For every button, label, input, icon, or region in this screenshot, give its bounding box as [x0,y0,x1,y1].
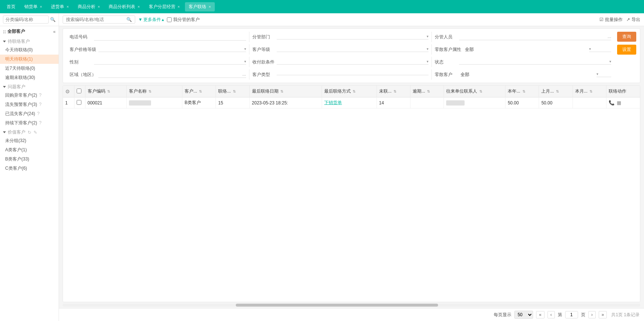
col-last-date-sort[interactable]: ⇅ [280,89,283,93]
col-last-month-sort[interactable]: ⇅ [556,89,559,93]
page-input[interactable] [565,311,578,318]
col-customer-type[interactable]: 客户... ⇅ [182,86,216,97]
row-checkbox[interactable] [77,100,81,105]
filter-price-level-select[interactable]: ▾ [98,47,246,52]
sidebar-item-churned[interactable]: 已流失客户(24) ? [0,109,59,118]
col-customer-name[interactable]: 客户名称 ⇅ [126,86,182,97]
col-customer-code-sort[interactable]: ⇅ [107,89,110,93]
cell-last-method[interactable]: 下销货单 [322,97,377,108]
filter-gender-select[interactable]: ▾ [94,59,246,65]
sidebar-item-class-a[interactable]: A类客户(1) [0,145,59,155]
last-page-btn[interactable]: » [599,311,607,318]
main-search-input[interactable] [66,17,125,22]
help-icon-3[interactable]: ? [39,120,42,125]
col-this-month[interactable]: 本月... ⇅ [573,86,606,97]
first-page-btn[interactable]: « [536,311,545,318]
filter-status-select[interactable]: ▾ [459,59,611,65]
more-conditions-btn[interactable]: ▼ 更多条件 ▴ [138,17,164,23]
action-phone-icon[interactable]: 📞 [609,100,615,106]
scroll-thumb[interactable] [236,304,438,307]
col-unlinked-sort[interactable]: ⇅ [393,89,396,93]
cell-checkbox[interactable] [74,97,85,108]
sidebar-search-input[interactable] [3,15,49,24]
sidebar-collapse-icon[interactable]: « [53,29,56,34]
nav-customer-tier[interactable]: 客户分层经营 × [145,2,183,11]
sidebar-item-tomorrow[interactable]: 明天待联络(1) [0,55,59,64]
col-overdue-sort[interactable]: ⇅ [427,89,430,93]
nav-purchase[interactable]: 进货单 × [47,2,72,11]
col-contacts-sort[interactable]: ⇅ [233,89,236,93]
help-icon-0[interactable]: ? [39,93,42,98]
col-this-year-sort[interactable]: ⇅ [522,89,525,93]
col-overdue[interactable]: 逾期... ⇅ [410,86,444,97]
nav-product-list[interactable]: 商品分析列表 × [105,2,143,11]
sidebar-item-7days[interactable]: 近7天待联络(0) [0,64,59,73]
nav-home[interactable]: 首页 [3,2,19,11]
my-customers-toggle[interactable]: 我分管的客户 [167,17,200,23]
value-edit-icon[interactable]: ✎ [34,130,37,135]
nav-sales[interactable]: 销货单 × [21,2,46,11]
filter-region-select[interactable]: ... [98,72,246,78]
filter-payment-select[interactable]: ▾ [277,59,429,65]
last-method-link[interactable]: 下销货单 [324,100,342,105]
my-customers-checkbox[interactable] [167,17,172,22]
col-this-month-sort[interactable]: ⇅ [589,89,592,93]
col-unlinked[interactable]: 未联... ⇅ [377,86,410,97]
col-last-month[interactable]: 上月... ⇅ [539,86,573,97]
col-unit-contacts-sort[interactable]: ⇅ [479,89,482,93]
col-customer-name-sort[interactable]: ⇅ [148,89,151,93]
col-last-month-label: 上月... [541,89,554,94]
filter-phone-input[interactable] [94,34,246,41]
sidebar-search-icon[interactable]: 🔍 [50,17,56,22]
filter-retail-customer-select[interactable]: ▾ [596,72,611,77]
export-btn[interactable]: ↗ 导出 [626,17,640,23]
filter-dept-select[interactable]: ▾ [277,34,429,39]
next-page-btn[interactable]: › [588,311,596,318]
filter-manager-select[interactable]: ... [459,34,611,40]
select-all-checkbox[interactable] [77,89,81,93]
col-last-method-sort[interactable]: ⇅ [353,89,356,93]
gear-icon[interactable]: ⚙ [65,89,70,94]
sidebar-item-ungrouped[interactable]: 未分组(32) [0,136,59,145]
sidebar-item-repurchase-anomaly[interactable]: 回购异常客户(2) ? [0,91,59,100]
sidebar-item-class-c[interactable]: C类客户(6) [0,164,59,173]
action-grid-icon[interactable]: ▦ [617,100,621,106]
set-button[interactable]: 设置 [617,45,636,55]
col-contacts[interactable]: 联络... ⇅ [216,86,249,97]
sidebar-item-today[interactable]: 今天待联络(0) [0,45,59,55]
sidebar-item-declining[interactable]: 持续下滑客户(2) ? [0,118,59,128]
nav-product-analysis-close[interactable]: × [98,4,100,9]
sidebar-item-class-b[interactable]: B类客户(33) [0,155,59,164]
sidebar-all-customers[interactable]: :: 全部客户 « [0,26,59,37]
nav-product-list-close[interactable]: × [137,4,140,9]
sidebar-item-churn-warning[interactable]: 流失预警客户(3) ? [0,100,59,109]
col-this-year[interactable]: 本年... ⇅ [505,86,539,97]
col-last-method[interactable]: 最后联络方式 ⇅ [322,86,377,97]
col-customer-type-sort[interactable]: ⇅ [199,89,202,93]
sidebar-item-overdue[interactable]: 逾期未联络(30) [0,73,59,82]
cell-last-month: 50.00 [539,97,573,108]
help-icon-1[interactable]: ? [39,102,42,107]
col-last-date[interactable]: 最后联络日期 ⇅ [249,86,322,97]
nav-customer-contact-close[interactable]: × [209,4,211,9]
batch-op-btn[interactable]: ☑ 批量操作 [599,17,623,23]
filter-retail-attr-select[interactable]: ▾ [589,47,611,52]
col-unit-contacts[interactable]: 往来单位联系人 ⇅ [444,86,505,97]
filter-customer-type-select[interactable] [277,74,429,75]
nav-sales-close[interactable]: × [40,4,42,9]
value-refresh-icon[interactable]: ↻ [28,130,31,135]
filter-customer-level-select[interactable]: ▾ [277,47,429,52]
col-customer-code[interactable]: 客户编码 ⇅ [85,86,126,97]
nav-purchase-close[interactable]: × [66,4,69,9]
nav-product-analysis[interactable]: 商品分析 × [74,2,104,11]
horizontal-scrollbar[interactable] [63,304,640,307]
col-gear[interactable]: ⚙ [63,86,74,97]
nav-customer-tier-close[interactable]: × [178,4,180,9]
col-checkbox[interactable] [74,86,85,97]
per-page-select[interactable]: 50 100 200 [514,311,533,319]
query-button[interactable]: 查询 [617,32,636,42]
main-search-icon[interactable]: 🔍 [126,17,132,22]
nav-customer-contact[interactable]: 客户联络 × [185,2,214,11]
prev-page-btn[interactable]: ‹ [547,311,555,318]
help-icon-2[interactable]: ? [37,111,40,116]
